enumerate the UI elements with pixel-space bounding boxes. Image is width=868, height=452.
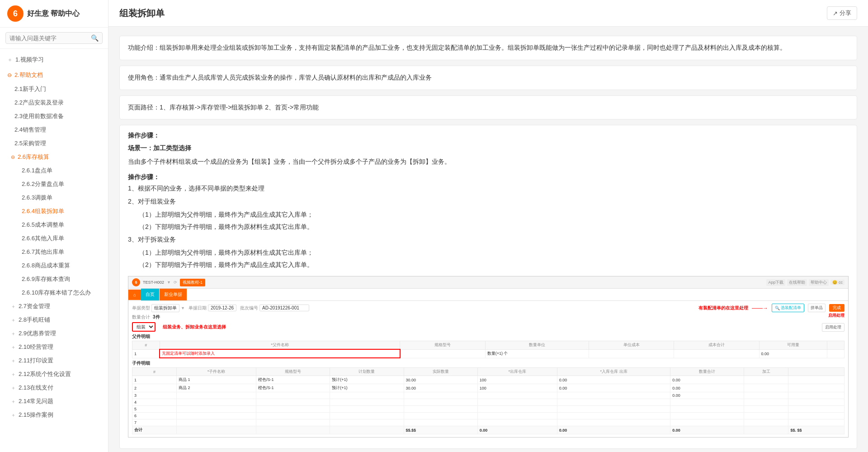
table-row: 2 商品 2 橙色/S-1 预计(+1) 30.00 100 0.00 0.00 xyxy=(132,384,844,392)
sidebar-item-stocktake[interactable]: 2.6.1盘点单 xyxy=(7,164,108,177)
ss-table-footer: 合计 $$.$$ 0.00 0.00 0.00 $$. $$ xyxy=(132,426,844,434)
sidebar-item-other-out[interactable]: 2.6.7其他出库单 xyxy=(7,245,108,259)
table-row: 5 xyxy=(132,406,844,413)
ss-type-select[interactable]: 组装 拆卸 xyxy=(132,322,156,332)
ss-form-row1: 单据类型 组装拆卸单 ▼ 单据日期 2019-12-26 批次编号 AD-201… xyxy=(132,304,844,312)
ss-nav-tab-new[interactable]: 新业单据 xyxy=(160,289,187,300)
sidebar-item-cost-adjust[interactable]: 2.6.5成本调整单 xyxy=(7,218,108,232)
scene1-title: 场景一：加工类型选择 xyxy=(128,144,849,152)
ss-batch-field: 批次编号 AD-20191226-001 xyxy=(240,305,309,311)
ss-select-bom-btn[interactable]: 🔍 选装配清单 xyxy=(772,304,804,312)
table-row: 1 商品 1 橙色/S-1 预计(+1) 30.00 100 0.00 0.00 xyxy=(132,376,844,384)
sidebar-item-cases[interactable]: ＋ 2.15操作案例 xyxy=(0,408,108,422)
search-wrap[interactable]: 🔍 xyxy=(5,32,103,44)
ss-nav-hint: 视频教程-1 xyxy=(180,279,205,286)
sidebar-item-payment[interactable]: ＋ 2.13在线支付 xyxy=(0,381,108,395)
sidebar-item-coupon[interactable]: ＋ 2.9优惠券管理 xyxy=(0,327,108,340)
sidebar-item-stock-error[interactable]: 2.6.10库存账本错了怎么办 xyxy=(7,286,108,300)
ss-count-value: 3件 xyxy=(153,314,160,320)
annotation-inline-edit: 无固定清单可以随时添加录入 xyxy=(162,351,215,356)
step1: 1、根据不同的业务，选择不同单据的类型来处理 xyxy=(128,183,849,194)
ss-refresh-icon: ⟳ xyxy=(174,280,177,285)
ss-parent-name-cell[interactable]: 无固定清单可以随时添加录入 xyxy=(160,349,400,358)
expand-icon-2: ⊖ xyxy=(7,72,12,78)
intro-text: 功能介绍：组装拆卸单用来处理企业组装或拆卸等加工业务，支持有固定装配清单的产品加… xyxy=(128,44,786,51)
step2-sub1: （1）上部明细为父件明细，最终作为产成品生成其它入库单； xyxy=(128,209,849,220)
brand-name: 好生意 帮助中心 xyxy=(27,9,80,19)
sidebar-item-cost-recalc[interactable]: 2.6.8商品成本重算 xyxy=(7,259,108,272)
expand-icon-2-10: ＋ xyxy=(11,344,16,351)
screenshot-form-area: 单据类型 组装拆卸单 ▼ 单据日期 2019-12-26 批次编号 AD-201… xyxy=(128,301,848,437)
sidebar-item-partial-stocktake[interactable]: 2.6.2分量盘点单 xyxy=(7,177,108,191)
scene1-desc: 当由多个子件材料组装成一个成品的业务为【组装】业务，当由一个父件拆分成多个子产品… xyxy=(128,156,849,167)
sidebar-item-finance[interactable]: ＋ 2.7资金管理 xyxy=(0,300,108,313)
sidebar-item-personalization[interactable]: ＋ 2.12系统个性化设置 xyxy=(0,367,108,381)
ss-doctype-field: 单据类型 组装拆卸单 ▼ xyxy=(132,304,185,312)
sidebar-item-purchase[interactable]: 2.5采购管理 xyxy=(0,137,108,150)
step2-sub2: （2）下部明细为子件明细，最终作为原材料生成其它出库单。 xyxy=(128,221,849,233)
ss-batch-value: AD-20191226-001 xyxy=(259,305,309,311)
sidebar-item-dataprep[interactable]: 2.3使用前数据准备 xyxy=(0,109,108,123)
annotation-type-select: 组装业务、拆卸业务在这里选择 xyxy=(163,324,226,330)
step2: 2、对于组装业务 xyxy=(128,196,849,207)
table-row: 6 xyxy=(132,413,844,419)
sidebar-item-docs[interactable]: ⊖ 2.帮助文档 xyxy=(0,68,108,82)
step3-sub2: （2）下部明细为子件明细，最终作为产成品生成其它入库单。 xyxy=(128,259,849,271)
ss-process-btn[interactable]: 启用处理 xyxy=(822,323,844,332)
sidebar-item-assembly[interactable]: 2.6.4组装拆卸单 xyxy=(7,205,108,218)
sidebar-item-print[interactable]: ＋ 2.11打印设置 xyxy=(0,354,108,367)
ops-title: 操作步骤： xyxy=(128,132,849,140)
nav-section-1: ＋ 1.视频学习 xyxy=(0,52,108,67)
sidebar-item-other-in[interactable]: 2.6.6其他入库单 xyxy=(7,232,108,245)
expand-icon-2-14: ＋ xyxy=(11,398,16,405)
ss-type-selector-wrap: 组装 拆卸 xyxy=(132,322,156,332)
sidebar-item-sales[interactable]: 2.4销售管理 xyxy=(0,123,108,137)
ss-doctype-arrow: ▼ xyxy=(181,306,185,310)
annotation-process: 启用处理 xyxy=(828,313,844,319)
role-text: 使用角色：通常由生产人员或库管人员完成拆装业务的操作，库管人员确认原材料的出库和… xyxy=(128,74,432,81)
ss-doctype-value: 组装拆卸单 xyxy=(151,304,179,312)
ss-col-unit-cost: 单位成本 xyxy=(589,341,674,350)
main-area: 组装拆卸单 ↗ 分享 功能介绍：组装拆卸单用来处理企业组装或拆卸等加工业务，支持… xyxy=(108,0,868,452)
main-content: 功能介绍：组装拆卸单用来处理企业组装或拆卸等加工业务，支持有固定装配清单的产品加… xyxy=(108,27,868,452)
sidebar-item-inventory[interactable]: ⊖ 2.6库存核算 xyxy=(0,150,108,164)
sidebar-item-faq[interactable]: ＋ 2.14常见问题 xyxy=(0,395,108,408)
ops-step-label: 操作步骤： xyxy=(128,171,849,183)
ss-col-available: 可用量 xyxy=(759,341,827,350)
ss-confirm-btn[interactable]: 完成 xyxy=(829,304,844,312)
ss-nav-tab-home[interactable]: 自页 xyxy=(141,289,160,300)
sidebar-item-stock-ledger[interactable]: 2.6.9库存账本查询 xyxy=(7,272,108,286)
main-header: 组装拆卸单 ↗ 分享 xyxy=(108,0,868,27)
expand-icon-2-6: ⊖ xyxy=(11,154,15,160)
ss-col-ops xyxy=(827,341,844,350)
sidebar-item-transfer[interactable]: 2.6.3调拨单 xyxy=(7,191,108,205)
search-input[interactable] xyxy=(9,35,91,42)
ss-help-icon: 在线帮助 xyxy=(787,279,807,286)
ss-top-right: App下载 在线帮助 帮助中心 😊 cc xyxy=(766,279,844,286)
annotation-bom-hint: 有装配清单的在这里处理 xyxy=(698,305,748,311)
share-button[interactable]: ↗ 分享 xyxy=(827,6,857,20)
share-icon: ↗ xyxy=(833,10,838,17)
ss-col-total-cost: 成本合计 xyxy=(674,341,759,350)
sidebar-item-newbie[interactable]: 2.1新手入门 xyxy=(0,82,108,96)
path-text: 页面路径：1、库存核算->库存管理->组装拆卸单 2、首页->常用功能 xyxy=(128,104,319,111)
ss-batch-label: 批次编号 xyxy=(240,305,258,311)
ss-logo-icon: 6 xyxy=(132,278,140,286)
ss-date-value: 2019-12-26 xyxy=(208,305,236,311)
ss-col-spec: 规格型号 xyxy=(400,341,485,350)
screenshot-container: 6 TEST-H002 ▼ ⟳ 视频教程-1 App下载 在线帮助 帮助中心 😊… xyxy=(128,276,849,438)
table-row: 3 0.00 xyxy=(132,392,844,399)
search-icon: 🔍 xyxy=(91,34,99,42)
ss-parent-section-label: 父件明细 xyxy=(132,333,844,340)
ss-process-wrap: 启用处理 启用处理 xyxy=(822,323,844,332)
sidebar-item-video[interactable]: ＋ 1.视频学习 xyxy=(0,52,108,67)
ss-col-qty: 数量单位 xyxy=(485,341,589,350)
sidebar-item-ops-mgmt[interactable]: ＋ 2.10经营管理 xyxy=(0,340,108,354)
expand-icon-1: ＋ xyxy=(7,56,13,64)
step3: 3、对于拆装业务 xyxy=(128,234,849,245)
sidebar-item-install[interactable]: 2.2产品安装及登录 xyxy=(0,96,108,109)
screenshot-nav: ⌂ 自页 新业单据 xyxy=(128,289,848,301)
sidebar-item-mobile[interactable]: ＋ 2.8手机旺铺 xyxy=(0,313,108,327)
table-row: 1 无固定清单可以随时添加录入 数量(+1) 个 0.00 xyxy=(132,349,844,358)
expand-icon-2-12: ＋ xyxy=(11,371,16,378)
